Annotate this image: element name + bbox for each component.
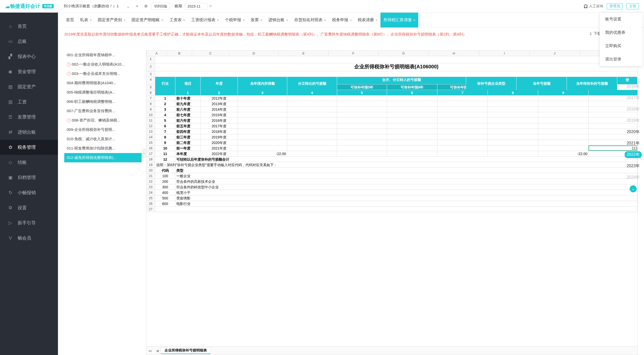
cell[interactable]: 8: [155, 134, 175, 140]
cell[interactable]: [488, 151, 538, 156]
cell[interactable]: 本年度: [175, 151, 201, 156]
cell[interactable]: [538, 96, 589, 101]
close-icon[interactable]: ×: [183, 18, 185, 22]
row-header[interactable]: 3: [146, 71, 155, 77]
user-menu-item[interactable]: 立即购买: [600, 39, 642, 53]
row-header[interactable]: 26: [146, 201, 155, 206]
cell[interactable]: [437, 134, 488, 140]
close-icon[interactable]: ×: [243, 18, 245, 22]
cell[interactable]: [238, 101, 287, 106]
row-header[interactable]: 15: [146, 140, 155, 145]
cell[interactable]: [337, 129, 387, 134]
cell[interactable]: [488, 129, 538, 134]
cell[interactable]: 2: [155, 101, 175, 106]
cell[interactable]: [238, 112, 287, 117]
year-item[interactable]: 2021年: [625, 140, 642, 147]
row-header[interactable]: 5: [146, 84, 155, 90]
cell[interactable]: [387, 112, 437, 117]
cell[interactable]: [287, 151, 337, 156]
cell[interactable]: [337, 134, 387, 140]
cell[interactable]: [337, 145, 387, 151]
col-A[interactable]: A: [147, 51, 167, 56]
tab[interactable]: 工资统计报表×: [188, 13, 222, 27]
cell[interactable]: [488, 101, 538, 106]
cell[interactable]: 3: [155, 107, 175, 112]
cell[interactable]: [387, 151, 437, 156]
close-icon[interactable]: ×: [161, 18, 163, 22]
cell[interactable]: [488, 112, 538, 117]
cell[interactable]: 可结转以后年度弥补的亏损额合计: [175, 157, 637, 162]
sidebar-item[interactable]: ↻小畅报销: [0, 185, 58, 200]
close-icon[interactable]: ×: [413, 18, 415, 22]
cell[interactable]: 前八年度: [175, 107, 201, 112]
cell[interactable]: [238, 129, 287, 134]
cell[interactable]: 一般企业: [175, 173, 637, 179]
cell[interactable]: [238, 96, 287, 101]
cell[interactable]: [488, 107, 538, 112]
row-header[interactable]: 1: [146, 56, 155, 64]
year-item[interactable]: 2017年: [625, 95, 642, 101]
form-item[interactable]: 004-期间费用明细表(A1040...: [64, 78, 142, 88]
cell[interactable]: [437, 123, 488, 129]
cell[interactable]: 线宽小于: [175, 190, 637, 195]
cell[interactable]: [287, 118, 337, 123]
cell[interactable]: 前九年度: [175, 101, 201, 106]
cell[interactable]: [238, 134, 287, 140]
year-item[interactable]: 2022年: [625, 151, 642, 158]
form-item[interactable]: ?008-资产折旧、摊销及纳税...: [64, 116, 142, 125]
cell[interactable]: [337, 96, 387, 101]
cell[interactable]: 5: [155, 118, 175, 123]
cell[interactable]: -22.00: [538, 151, 589, 156]
cell[interactable]: 2013年度: [201, 101, 238, 106]
close-icon[interactable]: ×: [90, 18, 92, 22]
sidebar-item[interactable]: ▣归档管理: [0, 170, 58, 185]
tab[interactable]: 个税申报×: [222, 13, 248, 27]
form-item[interactable]: 010-免税、减计收入及加计...: [64, 134, 142, 144]
collapse-handle[interactable]: ‹‹: [142, 149, 146, 158]
cell[interactable]: 2017年度: [201, 123, 238, 129]
tab[interactable]: 固定资产明细账×: [128, 13, 166, 27]
cell[interactable]: 前二年度: [175, 140, 201, 145]
cell[interactable]: [287, 140, 337, 145]
cell[interactable]: [538, 107, 589, 112]
download-button[interactable]: ⇩下载: [589, 31, 601, 36]
tab[interactable]: 税表清册×: [355, 13, 380, 27]
row-header[interactable]: 14: [146, 134, 155, 140]
sidebar-item[interactable]: ▭总账: [0, 34, 58, 49]
close-icon[interactable]: ×: [260, 18, 262, 22]
tab[interactable]: 固定资产类别×: [95, 13, 128, 27]
row-header[interactable]: 16: [146, 145, 155, 151]
cell[interactable]: 9: [155, 140, 175, 145]
form-item[interactable]: ?003-一般企业成本支出明细...: [64, 69, 142, 78]
form-item[interactable]: ?002-一般企业收入明细表(A10...: [64, 60, 142, 69]
form-item[interactable]: 001-企业所得税年度纳税申...: [64, 50, 142, 60]
cell[interactable]: 符合条件的科技型中小企业: [175, 184, 637, 190]
cell[interactable]: [437, 96, 488, 101]
cell[interactable]: 说明：第6列"弥补亏损企业类型"需要手动输入对应代码，代码对应关系如下：: [155, 162, 637, 167]
cell[interactable]: [437, 118, 488, 123]
cell[interactable]: 2018年度: [201, 129, 238, 134]
cell[interactable]: [387, 145, 437, 151]
sidebar-item[interactable]: ⌂首页: [0, 19, 58, 34]
col-C[interactable]: C: [192, 51, 229, 56]
cell[interactable]: [387, 118, 437, 123]
row-header[interactable]: 6: [146, 90, 155, 95]
cell[interactable]: 600: [155, 201, 175, 206]
tab[interactable]: 进销台账×: [265, 13, 291, 27]
sidebar-item[interactable]: ◉资金管理: [0, 64, 58, 79]
user-menu-item[interactable]: 退出登录: [600, 53, 642, 66]
year-item[interactable]: 2019年: [625, 117, 642, 124]
tab-first-icon[interactable]: ⏮: [146, 349, 154, 353]
cell[interactable]: 300: [155, 184, 175, 190]
sidebar-item[interactable]: ▧固定资产: [0, 79, 58, 94]
add-icon[interactable]: ＋: [135, 4, 139, 9]
row-header[interactable]: 4: [146, 77, 155, 84]
cell[interactable]: 7: [155, 129, 175, 134]
role-admin-button[interactable]: 管理员: [607, 3, 623, 9]
cell[interactable]: 类型: [175, 168, 637, 173]
cell[interactable]: 2012年度: [201, 96, 238, 101]
row-header[interactable]: 22: [146, 179, 155, 184]
row-header[interactable]: 23: [146, 184, 155, 190]
row-header[interactable]: 2: [146, 64, 155, 71]
cell[interactable]: -22.00: [238, 151, 287, 156]
